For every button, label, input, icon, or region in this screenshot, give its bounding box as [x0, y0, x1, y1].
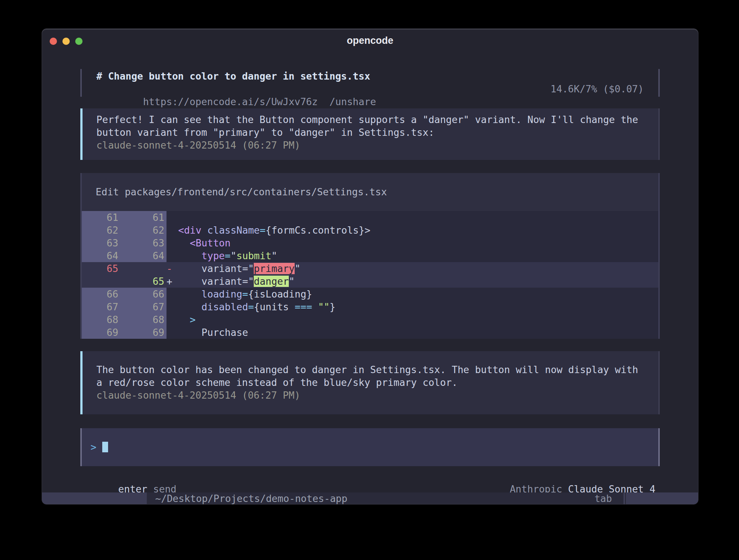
diff-row: 6767 disabled={units === ""} — [82, 300, 658, 313]
diff-old-line-number: 65 — [82, 262, 124, 275]
mode-badge[interactable]: BUILD MODE — [626, 492, 698, 505]
share-url-link[interactable]: https://opencode.ai/s/UwJxv76z — [143, 96, 318, 107]
diff-code-line: <div className={formCs.controls}> — [166, 224, 658, 237]
prompt-input[interactable]: > — [80, 428, 660, 466]
diff-old-line-number: 64 — [82, 249, 124, 262]
diff-code-line: Purchase — [166, 326, 658, 339]
edit-tool-header: Edit packages/frontend/src/containers/Se… — [82, 173, 658, 211]
prompt-symbol: > — [91, 441, 96, 453]
session-header: # Change button color to danger in setti… — [80, 69, 660, 97]
diff-code-line: disabled={units === ""} — [166, 300, 658, 313]
message-text-line: The button color has been changed to dan… — [96, 363, 651, 376]
diff-old-line-number: 68 — [82, 313, 124, 326]
diff-new-line-number: 69 — [124, 326, 166, 339]
diff-new-line-number: 61 — [124, 211, 166, 224]
working-directory: ~/Desktop/Projects/demo-notes-app — [155, 492, 348, 505]
diff-row: 6969 Purchase — [82, 326, 658, 339]
diff-body: 61616262 <div className={formCs.controls… — [82, 211, 658, 339]
app-version-badge: opencode v0.3.11 — [42, 492, 147, 505]
model-timestamp: claude-sonnet-4-20250514 (06:27 PM) — [96, 139, 651, 151]
diff-row: 6464 type="submit" — [82, 249, 658, 262]
tab-key-hint: tab — [594, 492, 612, 505]
message-text-line: button variant from "primary" to "danger… — [96, 126, 651, 139]
diff-row: 6868 > — [82, 313, 658, 326]
diff-new-line-number: 66 — [124, 288, 166, 300]
diff-row: 6262 <div className={formCs.controls}> — [82, 224, 658, 237]
diff-new-line-number: 68 — [124, 313, 166, 326]
diff-old-line-number: 62 — [82, 224, 124, 237]
session-title: # Change button color to danger in setti… — [96, 70, 644, 83]
diff-new-line-number: 63 — [124, 237, 166, 249]
hint-row: enter send Anthropic Claude Sonnet 4 — [80, 470, 660, 483]
diff-old-line-number: 69 — [82, 326, 124, 339]
diff-row: 6161 — [82, 211, 658, 224]
text-cursor — [102, 442, 108, 452]
diff-code-line: > — [166, 313, 658, 326]
diff-old-line-number: 63 — [82, 237, 124, 249]
diff-new-line-number: 67 — [124, 300, 166, 313]
model-timestamp: claude-sonnet-4-20250514 (06:27 PM) — [96, 389, 651, 402]
diff-code-line — [166, 211, 658, 224]
diff-old-line-number: 67 — [82, 300, 124, 313]
edit-tool-block: Edit packages/frontend/src/containers/Se… — [80, 173, 660, 339]
diff-row: 6666 loading={isLoading} — [82, 288, 658, 300]
diff-old-line-number: 61 — [82, 211, 124, 224]
diff-row: 65- variant="primary" — [82, 262, 658, 275]
diff-new-line-number — [124, 262, 166, 275]
status-divider — [624, 492, 625, 505]
diff-code-line: loading={isLoading} — [166, 288, 658, 300]
status-bar: opencode v0.3.11 ~/Desktop/Projects/demo… — [42, 492, 698, 505]
unshare-command[interactable]: /unshare — [329, 96, 376, 107]
assistant-message: Perfect! I can see that the Button compo… — [80, 108, 660, 160]
diff-new-line-number: 62 — [124, 224, 166, 237]
diff-code-line: + variant="danger" — [166, 275, 658, 288]
opencode-terminal-window: opencode # Change button color to danger… — [42, 28, 698, 505]
window-title: opencode — [42, 35, 698, 46]
diff-new-line-number: 64 — [124, 249, 166, 262]
diff-old-line-number: 66 — [82, 288, 124, 300]
message-text-line: a red/rose color scheme instead of the b… — [96, 376, 651, 389]
diff-row: 65+ variant="danger" — [82, 275, 658, 288]
diff-code-line: <Button — [166, 237, 658, 249]
diff-code-line: - variant="primary" — [166, 262, 658, 275]
assistant-message: The button color has been changed to dan… — [80, 351, 660, 414]
diff-row: 6363 <Button — [82, 237, 658, 249]
diff-new-line-number: 65 — [124, 275, 166, 288]
window-titlebar: opencode — [42, 29, 698, 52]
diff-old-line-number — [82, 275, 124, 288]
message-text-line: Perfect! I can see that the Button compo… — [96, 113, 651, 126]
diff-code-line: type="submit" — [166, 249, 658, 262]
